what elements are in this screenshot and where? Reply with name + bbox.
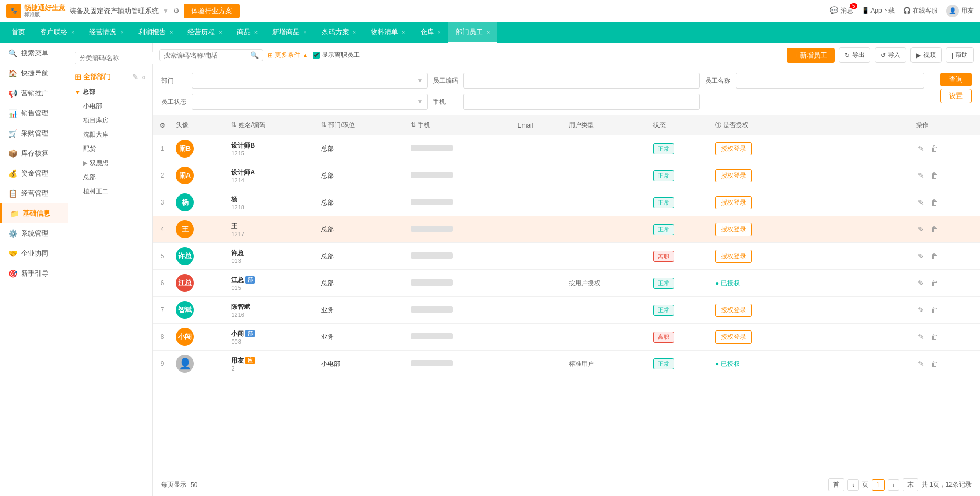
dept-item-hq[interactable]: 总部 <box>68 170 152 184</box>
next-page-btn[interactable]: › <box>888 479 899 491</box>
grant-login-btn[interactable]: 授权登录 <box>715 304 752 317</box>
message-btn[interactable]: 💬 消息 5 <box>830 6 853 15</box>
tab-customer[interactable]: 客户联络 × <box>33 22 82 43</box>
edit-btn[interactable]: ✎ <box>916 251 926 261</box>
col-dept[interactable]: ⇅ 部门/职位 <box>317 115 407 135</box>
tab-goods[interactable]: 商品 × <box>230 22 265 43</box>
search-input[interactable] <box>164 52 248 59</box>
app-download-btn[interactable]: 📱 App下载 <box>862 6 895 15</box>
delete-btn[interactable]: 🗑 <box>928 170 940 181</box>
dept-item-xiaodian[interactable]: 小电部 <box>68 99 152 113</box>
sidebar-item-guide[interactable]: 🎯 新手引导 <box>0 264 68 284</box>
dept-item-shenyang[interactable]: 沈阳大库 <box>68 128 152 142</box>
tab-history[interactable]: 经营历程 × <box>180 22 229 43</box>
sidebar-item-finance[interactable]: 💰 资金管理 <box>0 163 68 183</box>
online-service-btn[interactable]: 🎧 在线客服 <box>903 6 938 15</box>
sidebar-item-collab[interactable]: 🤝 企业协同 <box>0 244 68 264</box>
export-btn[interactable]: ↻ 导出 <box>839 47 870 63</box>
col-name[interactable]: ⇅ 姓名/编码 <box>227 115 316 135</box>
sidebar-item-inventory[interactable]: 📦 库存核算 <box>0 143 68 163</box>
dept-edit-icon[interactable]: ✎ <box>132 73 138 81</box>
tab-operation[interactable]: 经营情况 × <box>82 22 131 43</box>
more-filter-btn[interactable]: ⊞ 更多条件 ▲ <box>268 51 309 60</box>
tab-department[interactable]: 部门员工 × <box>448 22 497 43</box>
delete-btn[interactable]: 🗑 <box>928 251 940 261</box>
sidebar-item-nav[interactable]: 🏠 快捷导航 <box>0 63 68 83</box>
dept-item-zhishu[interactable]: 植树王二 <box>68 184 152 199</box>
sidebar-item-basic[interactable]: 📁 基础信息 <box>0 203 68 223</box>
filter-status-select[interactable]: ▼ <box>192 94 428 110</box>
delete-btn[interactable]: 🗑 <box>928 358 940 369</box>
col-phone[interactable]: ⇅ 手机 <box>407 115 513 135</box>
col-settings[interactable]: ⚙ <box>153 115 172 135</box>
title-dropdown-icon[interactable]: ▼ <box>163 7 169 15</box>
dept-item-general-hq[interactable]: ▼ 总部 <box>68 85 152 99</box>
cell-ops: ✎ 🗑 <box>912 135 980 162</box>
edit-btn[interactable]: ✎ <box>916 224 926 235</box>
import-btn[interactable]: ↺ 导入 <box>875 47 906 63</box>
view-btn[interactable]: ▶ 视频 <box>910 47 942 63</box>
delete-btn[interactable]: 🗑 <box>928 143 940 154</box>
cell-auth: 授权登录 <box>711 324 806 351</box>
video-icon: ▶ <box>916 52 921 59</box>
add-employee-btn[interactable]: + 新增员工 <box>787 48 835 63</box>
user-avatar[interactable]: 👤 用友 <box>946 5 974 17</box>
filter-phone-input[interactable] <box>463 94 699 110</box>
prev-page-btn[interactable]: ‹ <box>847 479 859 491</box>
dept-collapse-icon[interactable]: « <box>142 73 146 81</box>
edit-btn[interactable]: ✎ <box>916 358 926 369</box>
grant-login-btn[interactable]: 授权登录 <box>715 330 752 344</box>
delete-btn[interactable]: 🗑 <box>928 278 940 288</box>
table-row: 3 杨 杨 1218 总部 正常 授权登录 ✎ 🗑 <box>153 189 980 216</box>
tab-profit[interactable]: 利润报告 × <box>131 22 180 43</box>
help-btn[interactable]: | 帮助 <box>946 47 974 63</box>
grant-login-btn[interactable]: 授权登录 <box>715 142 752 155</box>
edit-btn[interactable]: ✎ <box>916 170 926 181</box>
edit-btn[interactable]: ✎ <box>916 305 926 315</box>
dept-all-label[interactable]: 全部部门 <box>83 72 111 82</box>
grant-login-btn[interactable]: 授权登录 <box>715 250 752 263</box>
filter-code-input[interactable] <box>463 73 699 89</box>
grant-login-btn[interactable]: 授权登录 <box>715 223 752 236</box>
tab-bom[interactable]: 物料清单 × <box>363 22 412 43</box>
employee-code: 1214 <box>231 177 312 183</box>
sidebar-item-system[interactable]: ⚙️ 系统管理 <box>0 223 68 244</box>
sidebar-item-marketing[interactable]: 📢 营销推广 <box>0 83 68 103</box>
grant-login-btn[interactable]: 授权登录 <box>715 196 752 209</box>
cell-email <box>513 243 564 270</box>
delete-btn[interactable]: 🗑 <box>928 197 940 208</box>
sidebar-item-search[interactable]: 🔍 搜索菜单 <box>0 43 68 63</box>
edit-btn[interactable]: ✎ <box>916 332 926 342</box>
tab-new-goods[interactable]: 新增商品 × <box>265 22 314 43</box>
last-page-btn[interactable]: 末 <box>903 478 918 491</box>
dept-search-input[interactable] <box>75 52 163 64</box>
sidebar-item-sales[interactable]: 📊 销售管理 <box>0 103 68 123</box>
delete-btn[interactable]: 🗑 <box>928 305 940 315</box>
tab-barcode[interactable]: 条码方案 × <box>314 22 363 43</box>
cell-no: 3 <box>153 189 172 216</box>
edit-btn[interactable]: ✎ <box>916 143 926 154</box>
tab-warehouse[interactable]: 仓库 × <box>413 22 448 43</box>
query-btn[interactable]: 查询 <box>940 73 972 86</box>
search-submit-icon[interactable]: 🔍 <box>250 51 259 59</box>
sidebar-item-purchase[interactable]: 🛒 采购管理 <box>0 123 68 143</box>
dept-item-shuangluxiang[interactable]: ▶ 双鹿想 <box>68 156 152 170</box>
sidebar-item-mgmt[interactable]: 📋 经营管理 <box>0 183 68 203</box>
delete-btn[interactable]: 🗑 <box>928 332 940 342</box>
settings-icon[interactable]: ⚙ <box>173 7 180 15</box>
edit-btn[interactable]: ✎ <box>916 278 926 288</box>
trial-btn[interactable]: 体验行业方案 <box>184 4 240 18</box>
delete-btn[interactable]: 🗑 <box>928 224 940 235</box>
dept-item-distribution[interactable]: 配货 <box>68 142 152 156</box>
filter-dept-select[interactable]: ▼ <box>192 73 428 89</box>
first-page-btn[interactable]: 首 <box>828 478 844 491</box>
set-btn[interactable]: 设置 <box>940 89 972 103</box>
show-resigned-label[interactable]: 显示离职员工 <box>313 51 360 60</box>
grant-login-btn[interactable]: 授权登录 <box>715 169 752 182</box>
edit-btn[interactable]: ✎ <box>916 197 926 208</box>
tab-home[interactable]: 首页 <box>4 22 33 43</box>
filter-name-input[interactable] <box>736 73 924 89</box>
show-resigned-checkbox[interactable] <box>313 52 320 59</box>
dept-item-project[interactable]: 项目库房 <box>68 113 152 128</box>
filter-arrow-icon: ▲ <box>302 52 309 59</box>
